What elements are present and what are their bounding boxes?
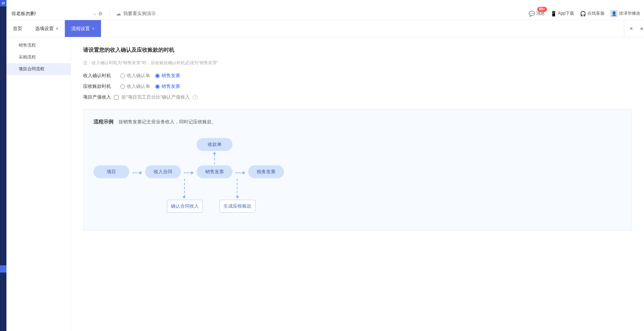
close-all-tabs-button[interactable]: × — [624, 20, 638, 37]
node-income-contract: 收入合同 — [145, 165, 181, 178]
headset-icon: 🎧 — [580, 11, 586, 16]
node-generate-ar: 生成应收账款 — [220, 200, 255, 213]
flow-example-box: 流程示例 按销售发票记主营业务收入，同时记应收账款。 项目 收入合同 销售发票 … — [83, 109, 632, 231]
node-confirm-contract-income: 确认合同收入 — [167, 200, 203, 213]
org-name: 徐老板勿删! — [11, 10, 36, 17]
sidebar-item-purchase-flow[interactable]: 采购流程 — [6, 51, 71, 63]
content: 请设置您的收入确认及应收账款的时机 注：收入确认时机为"销售发票"时，应收账款确… — [71, 37, 644, 331]
body: 销售流程 采购流程 项目合同流程 请设置您的收入确认及应收账款的时机 注：收入确… — [6, 37, 644, 331]
messages-button[interactable]: 💬 消息 99+ — [529, 10, 545, 16]
demo-link[interactable]: ☁ 我要看实例演示 — [116, 10, 156, 17]
page-note: 注：收入确认时机为"销售发票"时，应收账款确认时机必须为"销售发票" — [83, 60, 632, 66]
node-receipt: 收款单 — [197, 138, 232, 151]
tab-flow-label: 流程设置 — [71, 25, 90, 32]
gear-icon[interactable]: ⚙ — [98, 11, 103, 16]
rail-highlight — [0, 265, 6, 273]
support-label: 在线客服 — [587, 10, 605, 16]
radio-income-confirm-doc[interactable]: 收入确认单 — [120, 72, 150, 79]
spacer — [101, 20, 624, 37]
collapse-icon[interactable]: ◀ — [638, 20, 644, 37]
arrow-icon — [132, 171, 142, 175]
tabs-row: 首页 选项设置 × 流程设置 × × ◀ — [6, 20, 644, 37]
sidebar: 销售流程 采购流程 项目合同流程 — [6, 37, 71, 331]
radio-input[interactable] — [120, 84, 125, 89]
flow-description: 按销售发票记主营业务收入，同时记应收账款。 — [119, 119, 216, 125]
arrow-down-icon — [182, 196, 186, 199]
radio-label: 收入确认单 — [127, 72, 150, 79]
flow-canvas: 项目 收入合同 销售发票 税务发票 收款单 确认合同收入 生成应收账款 — [93, 134, 621, 216]
percent-complete-checkbox[interactable] — [114, 95, 119, 100]
radio-input[interactable] — [155, 84, 160, 89]
messages-badge: 99+ — [537, 7, 547, 12]
ar-timing-row: 应收账款时机 收入确认单 销售发票 — [83, 83, 632, 90]
row-label: 收入确认时机 — [83, 72, 115, 79]
connector-line — [184, 179, 206, 197]
rail-top-badge: 材 — [0, 0, 6, 6]
arrow-down-icon — [236, 196, 239, 199]
close-icon[interactable]: × — [56, 26, 58, 31]
tab-options-label: 选项设置 — [35, 25, 54, 32]
user-name: 徐泽华修改 — [619, 10, 640, 16]
app-download-button[interactable]: 📱 App下载 — [551, 10, 574, 16]
flow-heading: 流程示例 — [93, 119, 114, 125]
arrow-up-icon — [213, 152, 216, 165]
demo-link-label: 我要看实例演示 — [123, 10, 156, 17]
org-selector[interactable]: 徐老板勿删! ⌵ — [10, 10, 96, 17]
tab-home-label: 首页 — [13, 25, 22, 32]
arrow-icon — [235, 171, 245, 175]
topbar-right: 💬 消息 99+ 📱 App下载 🎧 在线客服 👤 徐泽华修改 — [529, 10, 640, 17]
app-download-label: App下载 — [558, 10, 574, 16]
tab-flow-settings[interactable]: 流程设置 × — [65, 20, 101, 37]
support-button[interactable]: 🎧 在线客服 — [580, 10, 605, 16]
radio-label: 收入确认单 — [127, 83, 150, 90]
message-icon: 💬 — [529, 11, 535, 16]
arrow-icon — [184, 171, 194, 175]
radio-income-confirm-doc[interactable]: 收入确认单 — [120, 83, 150, 90]
sidebar-item-project-contract-flow[interactable]: 项目合同流程 — [6, 63, 71, 75]
node-tax-invoice: 税务发票 — [248, 165, 284, 178]
left-rail: 材 — [0, 0, 6, 331]
phone-icon: 📱 — [551, 11, 557, 16]
page-title: 请设置您的收入确认及应收账款的时机 — [83, 47, 632, 53]
checkbox-label: 按"项目完工百分比"确认产值收入 — [121, 94, 190, 100]
node-sales-invoice: 销售发票 — [197, 165, 232, 178]
row-label: 应收账款时机 — [83, 83, 115, 90]
avatar-icon: 👤 — [610, 10, 617, 17]
radio-label: 销售发票 — [162, 83, 180, 90]
cloud-icon: ☁ — [116, 11, 121, 16]
radio-input[interactable] — [155, 74, 160, 78]
radio-label: 销售发票 — [162, 72, 180, 79]
chevron-down-icon: ⌵ — [93, 11, 96, 16]
radio-sales-invoice[interactable]: 销售发票 — [155, 72, 180, 79]
flow-header: 流程示例 按销售发票记主营业务收入，同时记应收账款。 — [93, 119, 621, 125]
topbar: 徐老板勿删! ⌵ ⚙ ☁ 我要看实例演示 💬 消息 99+ 📱 App下载 🎧 … — [6, 7, 644, 20]
income-confirm-timing-row: 收入确认时机 收入确认单 销售发票 — [83, 72, 632, 79]
node-project: 项目 — [93, 165, 129, 178]
radio-sales-invoice[interactable]: 销售发票 — [155, 83, 180, 90]
sidebar-item-sales-flow[interactable]: 销售流程 — [6, 39, 71, 51]
help-icon[interactable]: ? — [193, 95, 198, 100]
radio-input[interactable] — [120, 74, 125, 78]
user-menu[interactable]: 👤 徐泽华修改 — [610, 10, 640, 17]
row-label: 项目产值收入 — [83, 94, 111, 100]
tab-home[interactable]: 首页 — [6, 20, 29, 37]
separator — [109, 10, 110, 17]
project-value-row: 项目产值收入 按"项目完工百分比"确认产值收入 ? — [83, 94, 632, 100]
close-icon[interactable]: × — [92, 26, 95, 31]
tab-options[interactable]: 选项设置 × — [29, 20, 65, 37]
connector-line — [222, 179, 237, 197]
